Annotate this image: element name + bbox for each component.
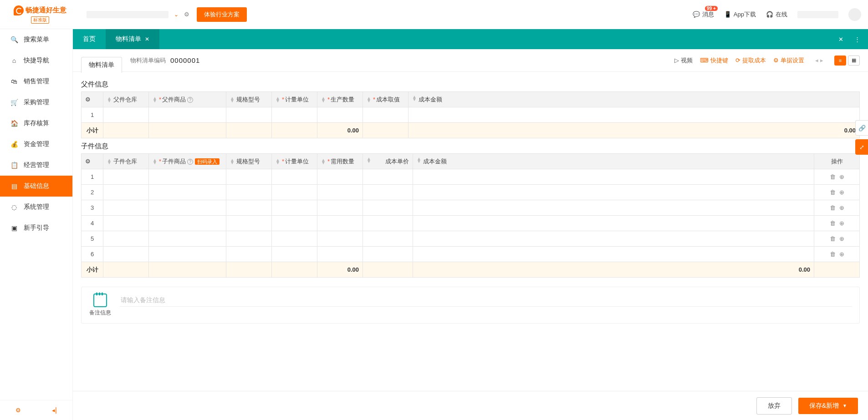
sidebar-item-purchase[interactable]: 🛒采购管理: [0, 92, 72, 113]
page-title-tab: 物料清单: [81, 57, 122, 73]
table-row[interactable]: 5🗑⊕: [82, 231, 860, 247]
col-child-spec[interactable]: ▲▼规格型号: [226, 154, 272, 169]
delete-icon[interactable]: 🗑: [830, 204, 836, 211]
row-number: 4: [82, 216, 103, 231]
col-settings[interactable]: ⚙: [82, 154, 103, 169]
view-card-icon[interactable]: ▦: [848, 56, 860, 66]
col-settings[interactable]: ⚙: [82, 92, 103, 107]
tab-home[interactable]: 首页: [73, 29, 106, 49]
messages-link[interactable]: 💬 消息 99 +: [693, 10, 714, 19]
attachment-icon[interactable]: 🔗: [855, 120, 868, 136]
table-row[interactable]: 2🗑⊕: [82, 185, 860, 200]
col-parent-cost-method[interactable]: ▲▼*成本取值: [363, 92, 408, 107]
col-child-cost-amount[interactable]: ▲▼成本金额: [413, 154, 814, 169]
table-row[interactable]: 1: [82, 107, 860, 123]
sidebar-item-inventory[interactable]: 🏠库存核算: [0, 113, 72, 134]
collapse-icon[interactable]: ◂ǀ: [52, 407, 57, 414]
avatar[interactable]: [848, 8, 861, 21]
col-child-unit[interactable]: ▲▼*计量单位: [272, 154, 317, 169]
app-download-link[interactable]: 📱 App下载: [724, 10, 756, 19]
col-child-warehouse[interactable]: ▲▼子件仓库: [103, 154, 149, 169]
add-icon[interactable]: ⊕: [839, 251, 844, 258]
sidebar-item-basicinfo[interactable]: ▤基础信息: [0, 176, 72, 197]
org-name-mask: [87, 11, 168, 18]
gear-icon: ⚙: [773, 57, 779, 64]
col-child-product[interactable]: ▲▼*子件商品?扫码录入: [149, 154, 226, 169]
sidebar-item-funds[interactable]: 💰资金管理: [0, 134, 72, 155]
col-ops: 操作: [814, 154, 860, 169]
top-header: 畅捷通好生意 标准版 ⌄ ⚙ 体验行业方案 💬 消息 99 + 📱 App下载 …: [0, 0, 868, 29]
add-icon[interactable]: ⊕: [839, 173, 844, 180]
delete-icon[interactable]: 🗑: [830, 251, 836, 258]
parent-section-title: 父件信息: [81, 80, 860, 89]
delete-icon[interactable]: 🗑: [830, 189, 836, 196]
sidebar-item-guide[interactable]: ▣新手引导: [0, 218, 72, 238]
sidebar-item-system[interactable]: ◌系统管理: [0, 197, 72, 218]
sidebar-item-operation[interactable]: 📋经营管理: [0, 155, 72, 176]
col-parent-unit[interactable]: ▲▼*计量单位: [272, 92, 317, 107]
sidebar-item-sales[interactable]: 🛍销售管理: [0, 71, 72, 92]
page-toolbar: 物料清单 物料清单编码 0000001 ▷视频 ⌨快捷键 ⟳提取成本 ⚙单据设置…: [73, 49, 868, 72]
org-selector[interactable]: ⌄ ⚙: [87, 11, 189, 18]
settings-gear-icon[interactable]: ⚙: [15, 407, 21, 414]
table-row[interactable]: 6🗑⊕: [82, 247, 860, 262]
row-ops: 🗑⊕: [814, 185, 860, 200]
close-all-icon[interactable]: ✕: [833, 32, 848, 46]
settings-icon: ◌: [10, 203, 18, 211]
save-new-button[interactable]: 保存&新增 ▼: [798, 398, 858, 414]
table-row[interactable]: 3🗑⊕: [82, 200, 860, 216]
col-child-qty[interactable]: ▲▼*需用数量: [317, 154, 363, 169]
gear-icon[interactable]: ⚙: [184, 11, 189, 18]
add-icon[interactable]: ⊕: [839, 204, 844, 211]
more-tabs-icon[interactable]: ⋮: [850, 32, 864, 46]
col-parent-spec[interactable]: ▲▼规格型号: [226, 92, 272, 107]
add-icon[interactable]: ⊕: [839, 189, 844, 196]
remark-label: 备注信息: [89, 309, 111, 317]
col-parent-warehouse[interactable]: ▲▼父件仓库: [103, 92, 149, 107]
row-number: 2: [82, 185, 103, 200]
expand-icon[interactable]: ⤢: [855, 139, 868, 155]
sidebar-item-quicknav[interactable]: ⌂快捷导航: [0, 50, 72, 71]
remark-input[interactable]: [120, 293, 852, 307]
prev-icon[interactable]: ◂: [815, 57, 818, 64]
remark-block: 备注信息: [81, 287, 860, 324]
chat-icon: 💬: [693, 11, 700, 18]
messages-badge: 99 +: [705, 6, 718, 11]
parent-table: ⚙ ▲▼父件仓库 ▲▼*父件商品? ▲▼规格型号 ▲▼*计量单位 ▲▼*生产数量…: [81, 91, 860, 138]
table-row[interactable]: 4🗑⊕: [82, 216, 860, 231]
cart-icon: 🛍: [10, 77, 18, 86]
table-row[interactable]: 1🗑⊕: [82, 169, 860, 185]
online-support-link[interactable]: 🎧 在线: [766, 10, 787, 19]
help-icon[interactable]: ?: [187, 97, 193, 103]
sidebar-item-label: 库存核算: [24, 119, 49, 127]
view-list-icon[interactable]: ≡: [834, 56, 846, 66]
next-icon[interactable]: ▸: [820, 57, 823, 64]
delete-icon[interactable]: 🗑: [830, 173, 836, 180]
col-child-unit-cost[interactable]: ▲▼成本单价: [363, 154, 413, 169]
col-parent-product[interactable]: ▲▼*父件商品?: [149, 92, 226, 107]
tab-bom[interactable]: 物料清单 ✕: [106, 29, 159, 49]
row-number: 3: [82, 200, 103, 216]
video-link[interactable]: ▷视频: [674, 56, 693, 65]
main-area: 首页 物料清单 ✕ ✕ ⋮ 物料清单 物料清单编码 0000001 ▷视频 ⌨快…: [73, 29, 868, 420]
scan-tag[interactable]: 扫码录入: [195, 158, 220, 165]
shortcut-link[interactable]: ⌨快捷键: [700, 56, 728, 65]
add-icon[interactable]: ⊕: [839, 220, 844, 227]
child-table: ⚙ ▲▼子件仓库 ▲▼*子件商品?扫码录入 ▲▼规格型号 ▲▼*计量单位 ▲▼*…: [81, 153, 860, 278]
add-icon[interactable]: ⊕: [839, 235, 844, 242]
doc-settings-link[interactable]: ⚙单据设置: [773, 56, 804, 65]
col-parent-qty[interactable]: ▲▼*生产数量: [317, 92, 363, 107]
delete-icon[interactable]: 🗑: [830, 220, 836, 227]
search-icon: 🔍: [10, 35, 18, 44]
delete-icon[interactable]: 🗑: [830, 235, 836, 242]
cta-button[interactable]: 体验行业方案: [197, 7, 247, 22]
close-icon[interactable]: ✕: [145, 36, 149, 42]
discard-button[interactable]: 放弃: [756, 397, 792, 415]
help-icon[interactable]: ?: [187, 159, 193, 165]
row-ops: 🗑⊕: [814, 169, 860, 185]
sidebar-item-search[interactable]: 🔍搜索菜单: [0, 29, 72, 50]
col-parent-cost-amount[interactable]: ▲▼成本金额: [408, 92, 860, 107]
extract-icon: ⟳: [735, 57, 740, 64]
sidebar-item-label: 经营管理: [24, 161, 49, 169]
extract-cost-link[interactable]: ⟳提取成本: [735, 56, 766, 65]
